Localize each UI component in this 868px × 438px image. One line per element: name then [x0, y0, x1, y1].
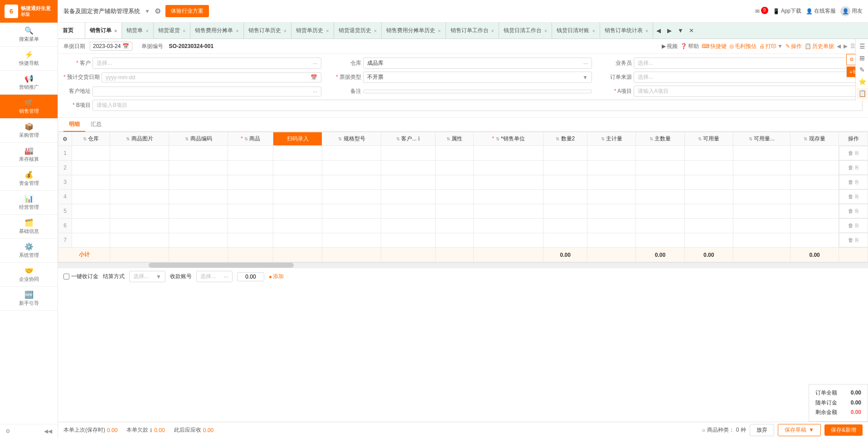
row-3-client-code[interactable] [381, 175, 435, 189]
right-panel-icon-1[interactable]: ☰ [857, 41, 868, 52]
tab-expense[interactable]: 销售费用分摊单 × [190, 23, 243, 39]
delete-icon-4[interactable]: 🗑 [848, 193, 853, 200]
copy-icon-6[interactable]: ⎘ [855, 222, 858, 229]
col-qty2[interactable]: ⇅ 数量2 [543, 132, 587, 146]
tab-close-invoice[interactable]: × [145, 28, 148, 34]
row-1-warehouse[interactable] [72, 146, 110, 161]
tab-close-invoice-history[interactable]: × [326, 28, 329, 34]
row-6-main-unit[interactable] [587, 218, 636, 233]
sidebar-item-cooperation[interactable]: 🤝 企业协同 [0, 263, 58, 287]
row-4-image[interactable] [110, 189, 169, 204]
tab-close-sales-order[interactable]: × [114, 28, 117, 34]
delivery-input[interactable]: yyyy-mm-dd 📅 [102, 72, 321, 82]
tab-order-history[interactable]: 销售订单历史 × [244, 23, 291, 39]
row-7-code[interactable] [169, 233, 228, 248]
row-7-attrs[interactable] [435, 233, 473, 248]
row-3-main-qty[interactable] [636, 175, 684, 189]
tab-close-expense[interactable]: × [236, 28, 238, 34]
sidebar-item-marketing[interactable]: 📢 营销推广 [0, 71, 58, 95]
tab-close-return-history[interactable]: × [374, 28, 377, 34]
tab-close-order-workbench[interactable]: × [491, 28, 494, 34]
row-5-image[interactable] [110, 204, 169, 218]
row-5-stock[interactable] [790, 204, 839, 218]
row-5-main-qty[interactable] [636, 204, 684, 218]
sidebar-item-inventory[interactable]: 🏭 库存核算 [0, 143, 58, 167]
operation-btn[interactable]: ✎ 操作 [786, 43, 802, 50]
delete-icon-2[interactable]: 🗑 [848, 164, 853, 171]
row-1-main-qty[interactable] [636, 146, 684, 161]
row-6-unit[interactable] [474, 218, 543, 233]
row-2-qty2[interactable] [543, 160, 587, 175]
row-1-qty2[interactable] [543, 146, 587, 161]
col-stock[interactable]: ⇅ 现存量 [790, 132, 839, 146]
help-btn[interactable]: ❓ 帮助 [680, 43, 699, 50]
sidebar-item-finance[interactable]: 💰 资金管理 [0, 167, 58, 191]
row-5-main-unit[interactable] [587, 204, 636, 218]
copy-icon-4[interactable]: ⎘ [855, 193, 858, 200]
row-1-spec[interactable] [322, 146, 381, 161]
row-4-stock[interactable] [790, 189, 839, 204]
tab-close-all-btn[interactable]: ✕ [686, 23, 697, 39]
right-panel-icon-4[interactable]: ⭐ [857, 76, 868, 87]
row-3-qty2[interactable] [543, 175, 587, 189]
row-4-goods[interactable] [228, 189, 273, 204]
tab-more-btn[interactable]: ▼ [675, 23, 686, 39]
sidebar-item-quicknav[interactable]: ⚡ 快捷导航 [0, 47, 58, 71]
row-7-unit[interactable] [474, 233, 543, 248]
row-7-goods[interactable] [228, 233, 273, 248]
row-7-client-code[interactable] [381, 233, 435, 248]
tab-expense-history[interactable]: 销售费用分摊单历史 × [382, 23, 446, 39]
row-7-qty2[interactable] [543, 233, 587, 248]
row-3-available[interactable] [684, 175, 733, 189]
row-3-available2[interactable] [733, 175, 790, 189]
payment-method-select[interactable]: 选择... ▼ [129, 271, 165, 282]
discard-btn[interactable]: 放弃 [750, 424, 774, 436]
row-1-available2[interactable] [733, 146, 790, 161]
tab-invoice-history[interactable]: 销货单历史 × [291, 23, 334, 39]
row-3-stock[interactable] [790, 175, 839, 189]
row-5-attrs[interactable] [435, 204, 473, 218]
sidebar-item-sales[interactable]: 🛒 销售管理 [0, 95, 58, 119]
row-6-spec[interactable] [322, 218, 381, 233]
row-6-code[interactable] [169, 218, 228, 233]
row-1-action[interactable]: 🗑 ⎘ [839, 146, 868, 160]
sidebar-item-system[interactable]: ⚙️ 系统管理 [0, 239, 58, 263]
row-5-qty2[interactable] [543, 204, 587, 218]
row-2-image[interactable] [110, 160, 169, 175]
message-icon-btn[interactable]: ✉ 9 [755, 8, 768, 15]
row-7-image[interactable] [110, 233, 169, 248]
row-5-spec[interactable] [322, 204, 381, 218]
row-6-action[interactable]: 🗑 ⎘ [839, 218, 868, 233]
row-1-goods[interactable] [228, 146, 273, 161]
row-3-image[interactable] [110, 175, 169, 189]
row-6-goods[interactable] [228, 218, 273, 233]
tab-order-workbench[interactable]: 销售订单工作台 × [446, 23, 499, 39]
row-4-warehouse[interactable] [72, 189, 110, 204]
tab-next-btn[interactable]: ▶ [664, 23, 675, 39]
nav-prev-icon[interactable]: ◀ [837, 43, 841, 49]
delete-icon-5[interactable]: 🗑 [848, 208, 853, 214]
row-4-main-unit[interactable] [587, 189, 636, 204]
amount-input[interactable] [237, 272, 264, 281]
quick-confirm-checkbox[interactable] [63, 274, 69, 279]
row-4-action[interactable]: 🗑 ⎘ [839, 189, 868, 204]
row-3-spec[interactable] [322, 175, 381, 189]
row-3-unit[interactable] [474, 175, 543, 189]
row-2-available2[interactable] [733, 160, 790, 175]
row-1-available[interactable] [684, 146, 733, 161]
row-2-spec[interactable] [322, 160, 381, 175]
col-attrs[interactable]: ⇅ 属性 [435, 132, 473, 146]
a-project-input[interactable]: 请输入A项目 [634, 86, 863, 97]
account-input[interactable]: 选择... ··· [196, 271, 233, 282]
order-source-select[interactable]: 选择... ▼ [634, 72, 863, 83]
col-goods[interactable]: ⇅ 商品 [228, 132, 273, 146]
row-4-main-qty[interactable] [636, 189, 684, 204]
col-client-code[interactable]: ⇅ 客户... ℹ [381, 132, 435, 146]
row-3-code[interactable] [169, 175, 228, 189]
row-2-main-unit[interactable] [587, 160, 636, 175]
right-panel-icon-5[interactable]: 📋 [857, 88, 868, 99]
tab-sales-order[interactable]: 销售订单 × [85, 23, 122, 39]
tab-summary[interactable]: 汇总 [85, 118, 107, 132]
copy-icon-2[interactable]: ⎘ [855, 164, 858, 171]
row-6-attrs[interactable] [435, 218, 473, 233]
